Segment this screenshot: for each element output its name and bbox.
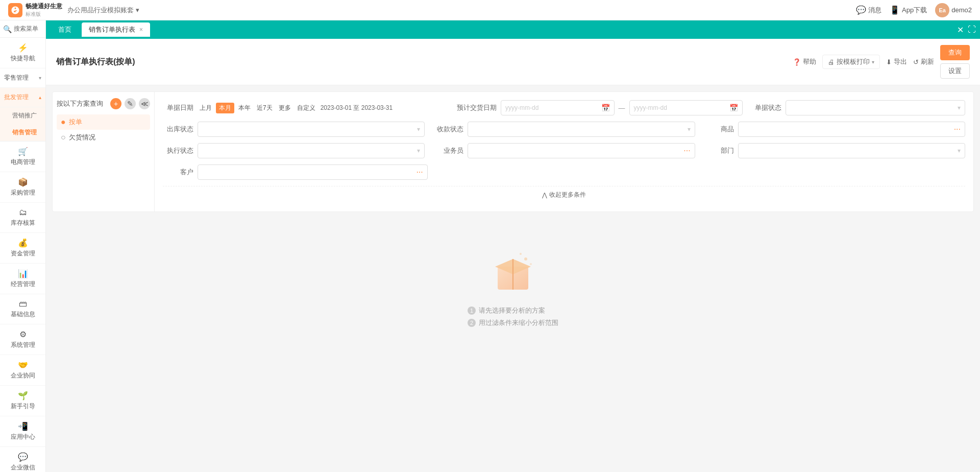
svg-point-4 xyxy=(530,263,532,265)
logo-texts: 畅捷通好生意 标准版 xyxy=(26,2,62,18)
filter-nav-single[interactable]: ● 按单 xyxy=(57,114,150,130)
sidebar-search[interactable]: 🔍 搜索菜单 xyxy=(0,20,45,38)
app-download-btn[interactable]: 📱 App下载 xyxy=(890,5,927,15)
tab-bar: 首页 销售订单执行表 × ✕ ⛶ xyxy=(46,20,980,39)
filter-row-3: 执行状态 ▾ 业务员 ··· xyxy=(163,143,965,158)
logo-sub: 标准版 xyxy=(26,11,62,18)
filter-row-1: 单据日期 上月 本月 本年 近7天 更多 自定义 20 xyxy=(163,100,965,115)
sidebar-item-newbie[interactable]: 🌱 新手引导 xyxy=(0,386,45,416)
expected-date-end[interactable]: yyyy-mm-dd 📅 xyxy=(629,100,743,115)
date-tag-this-year[interactable]: 本年 xyxy=(236,103,253,113)
sub-nav-sales[interactable]: 销售管理 xyxy=(0,124,45,141)
sidebar-item-retail[interactable]: 零售管理 ▾ xyxy=(0,68,45,88)
bill-status-select[interactable]: ▾ xyxy=(786,100,965,115)
date-tag-this-month[interactable]: 本月 xyxy=(216,103,234,113)
sidebar-item-appcenter[interactable]: 📲 应用中心 xyxy=(0,416,45,447)
tab-home[interactable]: 首页 xyxy=(50,20,80,39)
sub-nav-marketing[interactable]: 营销推广 xyxy=(0,107,45,124)
collection-status-select[interactable]: ▾ xyxy=(468,122,695,137)
tip-num-1: 1 xyxy=(468,306,476,315)
customer-label: 客户 xyxy=(163,168,193,177)
operations-icon: 📊 xyxy=(18,269,28,278)
sidebar-item-operations[interactable]: 📊 经营管理 xyxy=(0,264,45,294)
sidebar-item-collab[interactable]: 🤝 企业协同 xyxy=(0,355,45,386)
department-label: 部门 xyxy=(703,146,734,155)
collapse-btn[interactable]: ⋀ 收起更多条件 xyxy=(542,191,586,199)
field-exec-status: 执行状态 ▾ xyxy=(163,143,425,158)
logo-area: 畅捷通好生意 标准版 xyxy=(8,2,62,18)
field-goods: 商品 ··· xyxy=(703,122,965,137)
salesman-ellipsis[interactable]: ··· xyxy=(683,146,690,155)
exec-status-select[interactable]: ▾ xyxy=(198,143,425,158)
exec-chevron: ▾ xyxy=(417,147,420,154)
tab-close-btn[interactable]: × xyxy=(139,26,143,33)
tab-maximize-btn[interactable]: ⛶ xyxy=(968,25,976,34)
expected-date-range: yyyy-mm-dd 📅 — yyyy-mm-dd 📅 xyxy=(501,100,743,115)
sidebar-item-system[interactable]: ⚙ 系统管理 xyxy=(0,324,45,355)
department-select[interactable]: ▾ xyxy=(738,143,965,158)
refresh-btn[interactable]: ↺ 刷新 xyxy=(913,57,934,66)
export-btn[interactable]: ⬇ 导出 xyxy=(886,57,907,66)
tab-sales-exec[interactable]: 销售订单执行表 × xyxy=(82,22,150,37)
single-icon: ● xyxy=(61,117,66,127)
logo-icon xyxy=(8,3,22,17)
empty-box-svg xyxy=(487,249,538,300)
goods-select[interactable]: ··· xyxy=(738,122,965,137)
top-header: 畅捷通好生意 标准版 办公用品行业模拟账套 ▾ 💬 消息 📱 App下载 Ea … xyxy=(0,0,980,20)
customer-select[interactable]: ··· xyxy=(198,164,428,180)
dropdown-icon[interactable]: ▾ xyxy=(136,6,139,14)
field-salesman: 业务员 ··· xyxy=(433,143,695,158)
settings-btn[interactable]: 设置 xyxy=(940,63,970,79)
sidebar-item-quick-nav[interactable]: ⚡ 快捷导航 xyxy=(0,38,45,68)
sidebar-item-finance[interactable]: 💰 资金管理 xyxy=(0,233,45,264)
filter-panel: 按以下方案查询 + ✎ ≪ ● 按单 ○ 欠货情况 xyxy=(52,91,974,212)
date-range-text: 2023-03-01 至 2023-03-31 xyxy=(321,104,393,112)
delivery-status-select[interactable]: ▾ xyxy=(198,122,425,137)
empty-tip-2: 2 用过滤条件来缩小分析范围 xyxy=(468,318,558,327)
right-content: 首页 销售订单执行表 × ✕ ⛶ 销售订单执行表(按单) ❓ 帮助 xyxy=(46,20,980,472)
bill-date-label: 单据日期 xyxy=(163,103,193,112)
date-tag-custom[interactable]: 自定义 xyxy=(295,103,317,113)
filter-row-2: 出库状态 ▾ 收款状态 ▾ xyxy=(163,122,965,137)
bill-status-label: 单据状态 xyxy=(751,103,781,112)
logo-text: 畅捷通好生意 xyxy=(26,2,62,11)
filter-actions: ⋀ 收起更多条件 xyxy=(163,186,965,203)
expected-date-start[interactable]: yyyy-mm-dd 📅 xyxy=(501,100,615,115)
date-tag-more[interactable]: 更多 xyxy=(277,103,293,113)
sidebar-item-ecom[interactable]: 🛒 电商管理 xyxy=(0,141,45,172)
delivery-status-label: 出库状态 xyxy=(163,125,193,134)
wechat-icon: 💬 xyxy=(18,452,28,462)
add-scheme-btn[interactable]: + xyxy=(110,98,121,109)
sidebar-item-wholesale[interactable]: 批发管理 ▴ xyxy=(0,88,45,107)
date-tag-7days[interactable]: 近7天 xyxy=(255,103,275,113)
tab-close-all-btn[interactable]: ✕ xyxy=(957,25,964,35)
customer-ellipsis[interactable]: ··· xyxy=(416,168,423,177)
sidebar-item-label: 零售管理 xyxy=(4,74,29,82)
wholesale-expand-icon: ▴ xyxy=(39,95,41,100)
basic-icon: 🗃 xyxy=(19,299,27,309)
empty-illustration xyxy=(487,249,538,300)
collapse-scheme-btn[interactable]: ≪ xyxy=(139,98,150,109)
filter-nav-shortage[interactable]: ○ 欠货情况 xyxy=(57,130,150,145)
template-print-btn[interactable]: 🖨 按模板打印 ▾ xyxy=(822,55,880,69)
sidebar-item-inventory[interactable]: 🗂 库存核算 xyxy=(0,203,45,233)
help-btn[interactable]: ❓ 帮助 xyxy=(793,57,816,66)
purchase-icon: 📦 xyxy=(18,177,28,187)
sidebar-item-basic[interactable]: 🗃 基础信息 xyxy=(0,294,45,324)
field-bill-status: 单据状态 ▾ xyxy=(751,100,965,115)
date-tag-last-month[interactable]: 上月 xyxy=(198,103,214,113)
query-btn[interactable]: 查询 xyxy=(940,45,970,60)
collection-chevron: ▾ xyxy=(688,126,691,133)
goods-ellipsis[interactable]: ··· xyxy=(954,125,961,134)
salesman-select[interactable]: ··· xyxy=(468,143,695,158)
bill-status-chevron: ▾ xyxy=(958,104,961,111)
sidebar-item-wechat[interactable]: 💬 企业微信 xyxy=(0,447,45,472)
date-tags: 上月 本月 本年 近7天 更多 自定义 xyxy=(198,103,317,113)
print-dropdown-icon: ▾ xyxy=(872,59,874,65)
sidebar-item-purchase[interactable]: 📦 采购管理 xyxy=(0,172,45,203)
message-btn[interactable]: 💬 消息 xyxy=(856,5,881,15)
edit-scheme-btn[interactable]: ✎ xyxy=(125,98,136,109)
user-menu[interactable]: Ea demo2 xyxy=(935,3,972,17)
content-body: 销售订单执行表(按单) ❓ 帮助 🖨 按模板打印 ▾ ⬇ 导出 xyxy=(46,39,980,465)
cal-icon-start: 📅 xyxy=(601,104,610,112)
